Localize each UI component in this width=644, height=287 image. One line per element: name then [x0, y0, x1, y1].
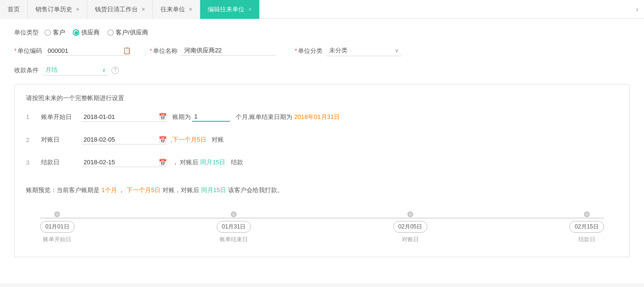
timeline-dot-3 — [584, 211, 590, 217]
preview-mid2: 对账，对账后 — [162, 186, 199, 194]
row-3-label: 结款日 — [41, 158, 74, 167]
row-2-label: 对账日 — [41, 135, 74, 144]
unit-type-row: 单位类型 客户 供应商 客户/供应商 — [14, 28, 630, 37]
radio-supplier-label: 供应商 — [81, 28, 100, 37]
row-2-date-input[interactable] — [82, 135, 159, 144]
row-1-calendar-icon[interactable]: 📅 — [159, 113, 167, 120]
category-dropdown-arrow: ∨ — [395, 47, 399, 54]
category-label: 单位分类 — [298, 47, 322, 55]
name-required-star: * — [150, 47, 152, 54]
close-sales-history[interactable]: × — [76, 6, 79, 13]
radio-customer-label: 客户 — [53, 28, 65, 37]
tab-home[interactable]: 首页 — [0, 0, 28, 19]
timeline-dot-2 — [407, 211, 413, 217]
code-field-group: * 单位编码 📋 — [14, 46, 131, 56]
row-1-end-date: 2018年01月31日 — [294, 113, 340, 121]
code-input[interactable] — [46, 46, 123, 55]
tab-edit-partner-label: 编辑往来单位 — [208, 5, 245, 14]
timeline-dot-1 — [231, 211, 237, 217]
payment-label: 收款条件 — [14, 66, 39, 75]
row-3-date-input[interactable] — [82, 158, 159, 167]
settings-section: 请按照未来的一个完整帐期进行设置 1 账单开始日 📅 账期为 个月,账单结束日期… — [14, 84, 630, 257]
tab-partners-label: 往来单位 — [161, 5, 185, 14]
setting-row-2: 2 对账日 📅 , 下一个月5日 对账 — [26, 135, 618, 144]
tab-home-label: 首页 — [8, 5, 20, 14]
name-input[interactable] — [181, 46, 276, 56]
row-1-suffix: 个月,账单结束日期为 — [234, 113, 294, 121]
category-required-star: * — [295, 47, 297, 54]
row-3-calendar-icon[interactable]: 📅 — [159, 159, 167, 166]
radio-supplier-circle — [73, 29, 79, 36]
code-name-category-row: * 单位编码 📋 * 单位名称 * 单位分类 未分类 ∨ — [14, 45, 630, 56]
preview-label: 账期预览：当前客户账期是 — [26, 186, 100, 194]
radio-customer-supplier-label: 客户/供应商 — [116, 28, 148, 37]
radio-supplier[interactable]: 供应商 — [73, 28, 100, 37]
tab-sales-history-label: 销售订单历史 — [35, 5, 72, 14]
category-field-group: * 单位分类 未分类 ∨ — [295, 45, 402, 56]
timeline-item-2: 02月05日 对账日 — [393, 211, 428, 244]
timeline-label-1: 账单结束日 — [220, 236, 248, 244]
radio-customer[interactable]: 客户 — [44, 28, 65, 37]
setting-row-1: 1 账单开始日 📅 账期为 个月,账单结束日期为 2018年01月31日 — [26, 112, 618, 122]
row-2-next-date: 下一个月5日 — [172, 135, 206, 144]
timeline-label-2: 对账日 — [402, 236, 419, 244]
row-3-suffix: 结款 — [229, 158, 243, 167]
payment-select-wrap: 月结 ∨ ? — [42, 65, 119, 76]
timeline-label-0: 账单开始日 — [43, 236, 71, 244]
timeline-badge-2: 02月05日 — [393, 221, 428, 233]
period-input[interactable] — [192, 112, 230, 122]
unit-type-radio-group: 客户 供应商 客户/供应商 — [44, 28, 148, 37]
tab-partners[interactable]: 往来单位 × — [153, 0, 200, 19]
radio-customer-circle — [44, 29, 51, 36]
unit-type-label: 单位类型 — [14, 28, 39, 37]
tab-more-button[interactable]: › — [630, 5, 644, 14]
row-3-same-month: 同月15日 — [200, 158, 225, 167]
row-1-date-input[interactable] — [82, 112, 159, 121]
category-select[interactable]: 未分类 ∨ — [326, 45, 402, 56]
tab-cash-daily[interactable]: 钱货日清工作台 × — [87, 0, 153, 19]
tab-sales-history[interactable]: 销售订单历史 × — [28, 0, 87, 19]
timeline-dot-0 — [54, 211, 60, 217]
timeline-label-3: 结款日 — [578, 236, 595, 244]
radio-customer-supplier-circle — [107, 29, 114, 36]
row-3-comma: ， 对账后 — [170, 158, 200, 167]
preview-teal: 同月15日 — [201, 186, 226, 194]
preview-mid1: ， — [119, 186, 125, 194]
close-partners[interactable]: × — [189, 6, 192, 13]
close-cash-daily[interactable]: × — [142, 6, 145, 13]
section-title: 请按照未来的一个完整帐期进行设置 — [26, 94, 618, 102]
preview-end: 该客户会给我打款。 — [228, 186, 283, 194]
code-calendar-icon[interactable]: 📋 — [123, 47, 131, 54]
preview-orange1: 1个月 — [102, 186, 117, 194]
row-2-calendar-icon[interactable]: 📅 — [159, 136, 167, 144]
close-edit-partner[interactable]: × — [248, 6, 252, 13]
timeline-item-1: 01月31日 账单结束日 — [217, 211, 251, 244]
radio-customer-supplier[interactable]: 客户/供应商 — [107, 28, 148, 37]
tab-cash-daily-label: 钱货日清工作台 — [95, 5, 138, 14]
tabs-bar: 首页 销售订单历史 × 钱货日清工作台 × 往来单位 × 编辑往来单位 × › — [0, 0, 644, 19]
payment-row: 收款条件 月结 ∨ ? — [14, 65, 630, 76]
code-required-star: * — [14, 47, 17, 54]
category-value: 未分类 — [329, 46, 395, 55]
name-label: 单位名称 — [153, 47, 178, 55]
page-content: 单位类型 客户 供应商 客户/供应商 * 单位编码 📋 — [0, 19, 644, 283]
payment-value: 月结 — [45, 66, 99, 74]
row-2-suffix: 对账 — [210, 135, 224, 144]
code-input-wrapper: 📋 — [46, 46, 131, 56]
row-3-date-wrapper: 📅 — [82, 158, 167, 167]
payment-info-icon[interactable]: ? — [111, 67, 119, 74]
preview-text: 账期预览：当前客户账期是 1个月 ， 下一个月5日 对账，对账后 同月15日 该… — [26, 180, 618, 194]
row-1-num: 1 — [26, 113, 35, 120]
row-1-date-wrapper: 📅 — [82, 112, 167, 122]
payment-select[interactable]: 月结 ∨ — [42, 65, 109, 76]
timeline-badge-1: 01月31日 — [217, 221, 251, 233]
timeline-item-3: 02月15日 结款日 — [569, 211, 604, 244]
timeline-badge-3: 02月15日 — [569, 221, 604, 233]
timeline-badge-0: 01月01日 — [40, 221, 75, 233]
tab-edit-partner[interactable]: 编辑往来单位 × — [200, 0, 260, 19]
code-label: 单位编码 — [17, 47, 42, 55]
timeline-item-0: 01月01日 账单开始日 — [40, 211, 75, 244]
setting-row-3: 3 结款日 📅 ， 对账后 同月15日 结款 — [26, 158, 618, 167]
row-2-date-wrapper: 📅 — [82, 135, 167, 144]
row-1-label: 账单开始日 — [41, 113, 74, 121]
